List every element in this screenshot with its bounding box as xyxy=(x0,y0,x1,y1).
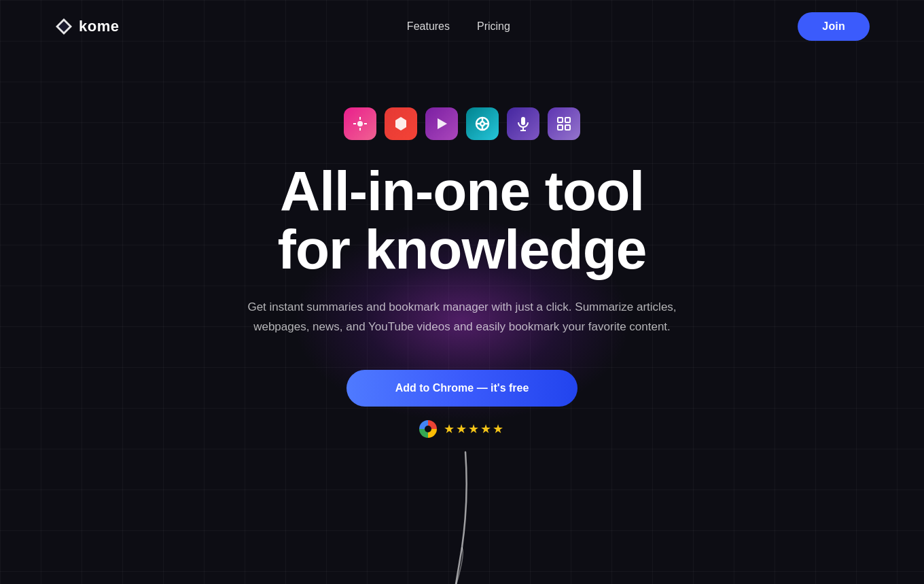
app-icon-6 xyxy=(548,107,580,140)
rating-row: ★★★★★ xyxy=(419,420,505,438)
stylus-decoration xyxy=(421,445,503,584)
nav-pricing[interactable]: Pricing xyxy=(477,20,510,33)
hero-title-line1: All-in-one tool xyxy=(280,160,644,222)
svg-rect-19 xyxy=(558,125,563,130)
hero-subtitle: Get instant summaries and bookmark manag… xyxy=(231,298,693,337)
hero-title: All-in-one tool for knowledge xyxy=(278,162,647,279)
nav-features[interactable]: Features xyxy=(407,20,450,33)
chrome-icon xyxy=(419,420,437,438)
app-icon-1 xyxy=(344,107,376,140)
app-icon-3 xyxy=(425,107,458,140)
navbar: kome Features Pricing Join xyxy=(0,0,924,53)
app-icon-2 xyxy=(385,107,417,140)
app-icons-row xyxy=(344,107,580,140)
svg-point-2 xyxy=(357,121,363,126)
svg-rect-17 xyxy=(558,118,563,122)
hero-title-line2: for knowledge xyxy=(278,218,647,280)
svg-rect-20 xyxy=(565,125,570,130)
hero-section: All-in-one tool for knowledge Get instan… xyxy=(0,53,924,438)
cta-button[interactable]: Add to Chrome — it's free xyxy=(346,370,578,407)
join-button[interactable]: Join xyxy=(798,12,870,41)
svg-point-9 xyxy=(480,122,484,126)
stars: ★★★★★ xyxy=(444,422,505,436)
logo-icon xyxy=(54,17,73,36)
app-icon-4 xyxy=(466,107,499,140)
svg-rect-18 xyxy=(565,118,570,122)
app-icon-5 xyxy=(507,107,539,140)
svg-marker-7 xyxy=(438,118,447,129)
logo-text: kome xyxy=(79,18,119,35)
logo[interactable]: kome xyxy=(54,17,119,36)
nav-links: Features Pricing xyxy=(407,20,510,33)
svg-rect-14 xyxy=(521,117,525,125)
